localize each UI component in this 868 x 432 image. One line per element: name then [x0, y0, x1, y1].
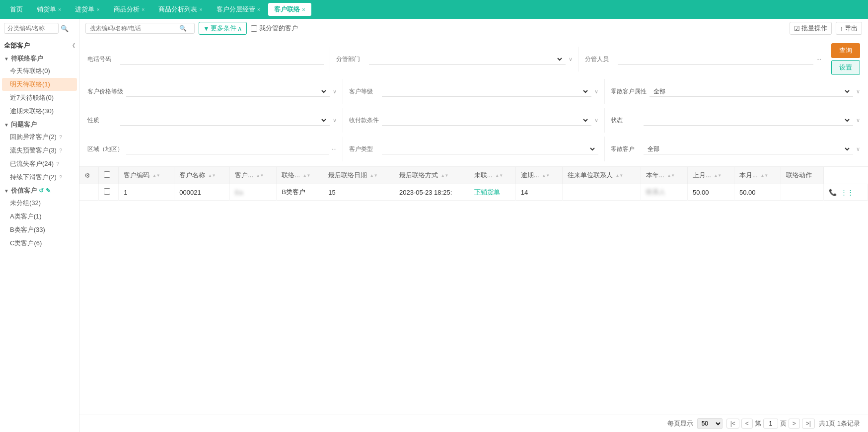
col-unlinkd-header[interactable]: 未联... ▲▼ [469, 167, 515, 184]
payment-select[interactable] [384, 116, 589, 124]
next-page-button[interactable]: > [789, 419, 800, 429]
nav-home[interactable]: 首页 [4, 3, 29, 16]
col-checkbox-header[interactable] [99, 167, 119, 184]
col-overdue-header[interactable]: 逾期... ▲▼ [515, 167, 562, 184]
dept-select[interactable] [371, 55, 564, 63]
page-input[interactable] [763, 419, 778, 429]
sidebar-search-area: 🔍 [0, 19, 79, 37]
nav-close-purchase-order[interactable]: × [96, 6, 99, 12]
region-ellipsis[interactable]: ··· [332, 145, 337, 152]
col-name-header[interactable]: 客户名称 ▲▼ [174, 167, 230, 184]
nav-sales-order[interactable]: 销货单 × [31, 3, 67, 16]
table-row: 1 000021 Ea B类客户 15 2023-05-23 18:25: 下销… [79, 184, 868, 201]
sidebar-item-repurchase-abnormal[interactable]: 回购异常客户(2) ? [2, 131, 77, 144]
sidebar-item-overdue-pending[interactable]: 逾期未联络(30) [2, 105, 77, 118]
gender-select[interactable] [122, 116, 328, 124]
row-overdue [562, 184, 641, 201]
nav-product-analysis[interactable]: 商品分析 × [108, 3, 150, 16]
help-icon-churned[interactable]: ? [56, 161, 59, 167]
filter-payment: 收付款条件 ∨ [349, 115, 598, 126]
col-last-contact-method-header[interactable]: 最后联络方式 ▲▼ [394, 167, 469, 184]
retail-cust-select[interactable]: 全部 [646, 145, 851, 153]
dept-select-wrap [369, 54, 566, 65]
retail-attr-select[interactable]: 全部 [651, 87, 851, 95]
col-contact-person-header[interactable]: 往来单位联系人 ▲▼ [562, 167, 641, 184]
main-layout: 🔍 全部客户 《 ▼ 待联络客户 今天待联络(0) 明天待联络(1) 近7天待联… [0, 19, 868, 432]
nav-customer-layering[interactable]: 客户分层经营 × [211, 3, 266, 16]
help-icon-repurchase[interactable]: ? [59, 135, 62, 140]
price-level-select[interactable] [128, 87, 328, 95]
query-button[interactable]: 查询 [831, 43, 860, 58]
col-settings-header[interactable]: ⚙ [79, 167, 99, 184]
gender-chevron: ∨ [333, 117, 337, 124]
sidebar-search-icon[interactable]: 🔍 [61, 25, 69, 32]
search-input-wrap: 🔍 [85, 23, 195, 34]
sidebar-item-b-class[interactable]: B类客户(33) [2, 223, 77, 236]
row-checkbox-input[interactable] [104, 188, 110, 195]
cust-type-select[interactable] [384, 145, 596, 153]
phone-input[interactable] [120, 54, 324, 65]
col-type-header[interactable]: 客户... ▲▼ [230, 167, 277, 184]
help-icon-churn-warning[interactable]: ? [59, 148, 62, 153]
action-more-icon[interactable]: ⋮⋮ [841, 189, 854, 196]
action-phone-icon[interactable]: 📞 [829, 189, 837, 196]
search-input[interactable] [90, 25, 179, 32]
filter-gender: 性质 ∨ [87, 115, 337, 126]
search-bar: 🔍 ▼ 更多条件 ∧ 我分管的客户 ☑ 批量操作 ↑ 导出 [79, 19, 868, 38]
sidebar-item-ungrouped[interactable]: 未分组(32) [2, 197, 77, 210]
page-size-select[interactable]: 50 100 200 [697, 418, 723, 429]
collapse-icon[interactable]: 《 [70, 42, 75, 50]
setting-button[interactable]: 设置 [831, 60, 860, 75]
status-select[interactable] [646, 116, 851, 124]
cust-level-select[interactable] [384, 87, 589, 95]
my-customers-checkbox[interactable] [251, 25, 257, 32]
search-icon[interactable]: 🔍 [179, 25, 187, 32]
nav-close-customer-layering[interactable]: × [257, 6, 260, 12]
filter-region: 区域（地区） ··· [87, 144, 337, 154]
batch-op-button[interactable]: ☑ 批量操作 [790, 22, 832, 35]
nav-close-product-analysis-list[interactable]: × [199, 6, 202, 12]
more-conditions-button[interactable]: ▼ 更多条件 ∧ [199, 22, 247, 35]
sidebar-item-7days-pending[interactable]: 近7天待联络(0) [2, 91, 77, 104]
col-this-month-header[interactable]: 本月... ▲▼ [734, 167, 781, 184]
nav-purchase-order[interactable]: 进货单 × [69, 3, 105, 16]
sidebar-item-declining[interactable]: 持续下滑客户(2) ? [2, 171, 77, 184]
prev-page-button[interactable]: < [741, 419, 753, 429]
row-action: 📞 ⋮⋮ [824, 184, 868, 201]
col-code-header[interactable]: 客户编码 ▲▼ [119, 167, 174, 184]
region-input[interactable] [126, 144, 329, 154]
filter-price-level: 客户价格等级 ∨ [87, 86, 337, 97]
col-contact-count-header[interactable]: 联络... ▲▼ [277, 167, 323, 184]
help-icon-declining[interactable]: ? [59, 175, 62, 180]
nav-customer-contact[interactable]: 客户联络 × [268, 3, 311, 16]
select-all-checkbox[interactable] [104, 171, 110, 178]
sidebar-item-churned[interactable]: 已流失客户(24) ? [2, 157, 77, 170]
sidebar-item-c-class[interactable]: C类客户(6) [2, 237, 77, 250]
page-navigation: |< < 第 页 > >| [726, 419, 815, 429]
price-level-chevron: ∨ [333, 88, 337, 95]
col-last-contact-date-header[interactable]: 最后联络日期 ▲▼ [323, 167, 394, 184]
sidebar-item-today-pending[interactable]: 今天待联络(0) [2, 65, 77, 77]
row-last-contact-method[interactable]: 下销货单 [469, 184, 515, 201]
cust-level-chevron: ∨ [594, 88, 598, 95]
table-footer: 每页显示 50 100 200 |< < 第 页 > >| 共1页 1条记录 [79, 415, 868, 432]
value-group-refresh-icon[interactable]: ↺ [39, 187, 44, 194]
nav-close-customer-contact[interactable]: × [302, 6, 305, 12]
last-page-button[interactable]: >| [802, 419, 815, 429]
nav-close-product-analysis[interactable]: × [142, 6, 145, 12]
sidebar-item-tomorrow-pending[interactable]: 明天待联络(1) [2, 78, 77, 91]
row-checkbox [99, 184, 119, 201]
nav-close-sales-order[interactable]: × [58, 6, 61, 12]
col-this-year-header[interactable]: 本年... ▲▼ [641, 167, 688, 184]
person-ellipsis[interactable]: ··· [816, 56, 821, 63]
export-button[interactable]: ↑ 导出 [836, 22, 863, 35]
nav-product-analysis-list[interactable]: 商品分析列表 × [152, 3, 208, 16]
col-last-month-header[interactable]: 上月... ▲▼ [687, 167, 734, 184]
first-page-button[interactable]: |< [726, 419, 739, 429]
sidebar-search-input[interactable] [4, 23, 59, 34]
sidebar-item-a-class[interactable]: A类客户(1) [2, 210, 77, 223]
value-group-edit-icon[interactable]: ✎ [46, 187, 51, 194]
filter-row-1: 电话号码 分管部门 ∨ 分管人员 ··· [87, 43, 860, 75]
sidebar-item-churn-warning[interactable]: 流失预警客户(3) ? [2, 144, 77, 157]
person-input[interactable] [618, 54, 813, 65]
